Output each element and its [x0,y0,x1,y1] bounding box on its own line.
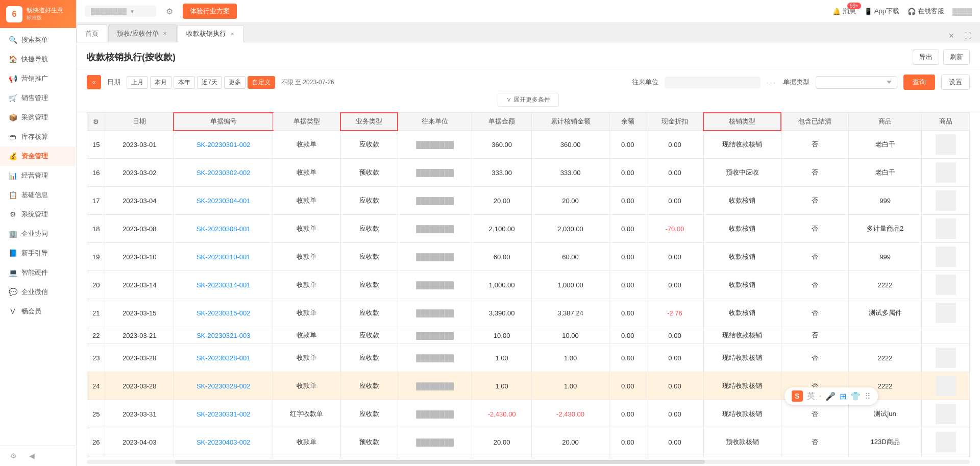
row-product: 测试多属件 [848,299,921,327]
row-discount: 0.00 [646,131,703,159]
collapse-icon[interactable]: ◀ [27,451,37,461]
maximize-icon[interactable]: ⛶ [962,30,974,42]
row-verify-type: 收款核销 [703,243,781,271]
finance-icon: 💰 [8,152,17,161]
receipt-type-select[interactable] [816,76,897,89]
row-balance: 0.00 [609,187,646,215]
online-service-button[interactable]: 🎧 在线客服 [908,7,944,16]
custom-date-button[interactable]: 自定义 [248,76,275,89]
solution-button[interactable]: 体验行业方案 [183,4,237,19]
close-tab-icon[interactable]: ✕ [945,30,958,42]
table-row: 27 2023-04-08 SK-20230408-001 收款单 应收款 ██… [87,456,970,458]
tab-prepay[interactable]: 预收/应收付单 ✕ [108,24,177,42]
bill-no-link[interactable]: SK-20230310-001 [197,253,251,261]
last-month-button[interactable]: 上月 [127,76,148,89]
tab-home[interactable]: 首页 [77,24,107,42]
row-settled: 否 [781,215,848,243]
sidebar-item-marketing[interactable]: 📢 营销推广 [0,69,76,88]
sidebar-item-operations[interactable]: 📊 经营管理 [0,166,76,185]
table-row: 20 2023-03-14 SK-20230314-001 收款单 应收款 ██… [87,271,970,299]
workspace-selector[interactable]: ▓▓▓▓▓▓▓▓ ▼ [85,6,156,17]
col-product2: 商品 [922,113,970,131]
bill-no-link[interactable]: SK-20230304-001 [197,197,251,205]
row-bill-no: SK-20230310-001 [174,243,273,271]
bill-no-link[interactable]: SK-20230301-002 [197,141,251,149]
last-7days-button[interactable]: 近7天 [197,76,222,89]
table-container: ⚙ 日期 单据编号 单据类型 业务类型 往来单位 单据金额 累计核销金额 余额 … [77,112,980,458]
row-verified: -2,430.00 [531,400,609,428]
row-product2 [922,243,970,271]
row-amount: 360.00 [472,131,532,159]
col-settings[interactable]: ⚙ [87,113,105,131]
sidebar-item-hardware[interactable]: 💻 智能硬件 [0,263,76,282]
row-date: 2023-03-28 [105,372,174,400]
watermark-apps-icon[interactable]: ⠿ [865,391,871,401]
tab-collection-close[interactable]: ✕ [229,30,235,38]
row-verify-type: 收款核销 [703,215,781,243]
bill-no-link[interactable]: SK-20230403-002 [197,438,251,446]
more-date-button[interactable]: 更多 [224,76,246,89]
watermark-shirt-icon[interactable]: 👕 [850,391,861,401]
bill-no-link[interactable]: SK-20230328-002 [197,382,251,390]
bill-no-link[interactable]: SK-20230331-002 [197,410,251,418]
sidebar-item-corp[interactable]: 🏢 企业协同 [0,224,76,243]
export-button[interactable]: 导出 [913,50,939,65]
row-settled: 否 [781,456,848,458]
app-download-button[interactable]: 📱 App下载 [864,7,899,16]
watermark-grid-icon[interactable]: ⊞ [840,391,846,401]
table-row: 15 2023-03-01 SK-20230301-002 收款单 应收款 ██… [87,131,970,159]
sidebar-item-basicinfo[interactable]: 📋 基础信息 [0,185,76,205]
row-date: 2023-03-02 [105,159,174,187]
tab-prepay-close[interactable]: ✕ [162,30,168,37]
filter-collapse-button[interactable]: « [87,75,101,89]
row-counterpart: ████████ [398,243,472,271]
info-icon: 📋 [8,190,17,200]
bill-no-link[interactable]: SK-20230314-001 [197,281,251,289]
bill-no-link[interactable]: SK-20230315-002 [197,309,251,317]
watermark-text-icon[interactable]: 英 [807,391,815,402]
table-row: 17 2023-03-04 SK-20230304-001 收款单 应收款 ██… [87,187,970,215]
this-year-button[interactable]: 本年 [174,76,195,89]
sidebar-item-guide[interactable]: 📘 新手引导 [0,243,76,263]
column-settings-icon[interactable]: ⚙ [93,118,99,126]
filter-setting-button[interactable]: 设置 [941,75,970,90]
row-balance: 0.00 [609,456,646,458]
book-icon: 📘 [8,249,17,258]
bill-no-link[interactable]: SK-20230302-002 [197,169,251,177]
sidebar-item-sales[interactable]: 🛒 销售管理 [0,88,76,108]
sidebar-item-search[interactable]: 🔍 搜索菜单 [0,30,76,50]
watermark-dot-icon[interactable]: · [819,391,821,401]
row-balance: 0.00 [609,400,646,428]
row-verified: 1,000.00 [531,271,609,299]
sidebar-item-inventory[interactable]: 🗃 库存核算 [0,127,76,146]
settings-bottom-icon[interactable]: ⚙ [8,451,18,461]
row-biz-type: 应收款 [340,131,398,159]
sidebar-item-quicknav[interactable]: 🏠 快捷导航 [0,50,76,69]
date-range-display: 不限 至 2023-07-26 [281,78,334,87]
watermark-mic-icon[interactable]: 🎤 [825,391,836,401]
refresh-button[interactable]: 刷新 [943,50,970,65]
sidebar-item-purchase[interactable]: 📦 采购管理 [0,108,76,127]
notice-button[interactable]: 🔔 消息 99+ [832,7,856,16]
row-date: 2023-03-10 [105,243,174,271]
bill-no-link[interactable]: SK-20230328-001 [197,354,251,362]
expand-more-conditions[interactable]: ∨ 展开更多条件 [498,93,559,107]
row-discount: 0.00 [646,456,703,458]
row-no: 23 [87,344,105,372]
sidebar-item-system[interactable]: ⚙ 系统管理 [0,205,76,224]
sidebar-item-finance[interactable]: 💰 资金管理 [0,146,76,166]
counterpart-input[interactable] [665,77,761,88]
settings-gear-icon[interactable]: ⚙ [162,4,177,18]
bill-no-link[interactable]: SK-20230308-001 [197,225,251,233]
tab-collection[interactable]: 收款核销执行 ✕ [178,25,244,42]
sidebar-item-wechat[interactable]: 💬 企业微信 [0,282,76,302]
sidebar-item-member[interactable]: V 畅会员 [0,302,76,321]
this-month-button[interactable]: 本月 [150,76,172,89]
bill-no-link[interactable]: SK-20230321-003 [197,332,251,339]
row-verified: 60.00 [531,243,609,271]
row-verify-type: 现结收款核销 [703,131,781,159]
row-no: 27 [87,456,105,458]
row-bill-no: SK-20230304-001 [174,187,273,215]
sidebar-nav: 🔍 搜索菜单 🏠 快捷导航 📢 营销推广 🛒 销售管理 📦 采购管理 🗃 库存核… [0,28,76,445]
query-button[interactable]: 查询 [903,75,935,90]
